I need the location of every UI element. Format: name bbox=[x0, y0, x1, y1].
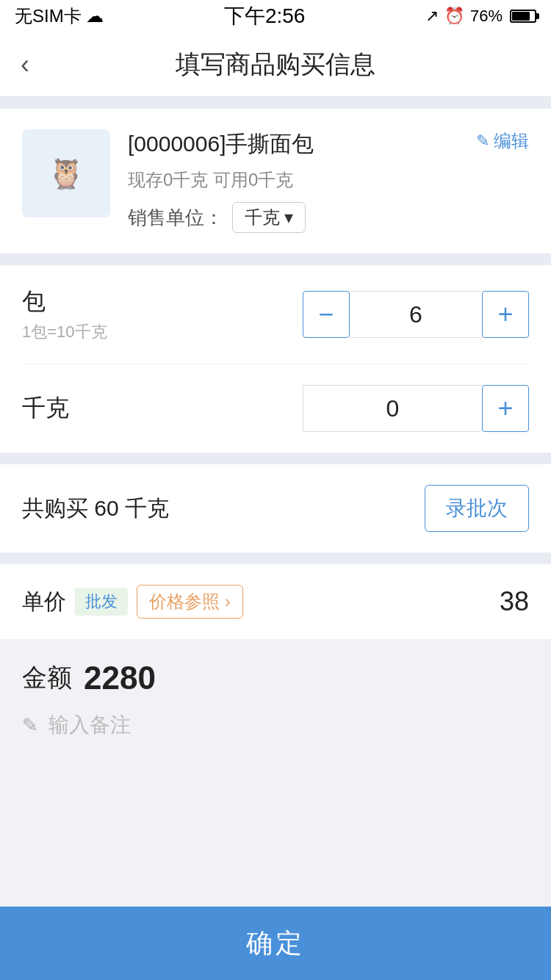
product-stock: 现存0千克 可用0千克 bbox=[128, 168, 529, 192]
amount-value: 2280 bbox=[84, 660, 156, 696]
price-left: 单价 批发 价格参照 › bbox=[22, 585, 243, 619]
price-label: 单价 bbox=[22, 587, 66, 617]
qty-sub-bao: 1包=10千克 bbox=[22, 321, 107, 343]
alarm-icon: ⏰ bbox=[444, 7, 464, 26]
unit-select[interactable]: 千克 ▾ bbox=[232, 202, 306, 233]
location-icon: ↗ bbox=[425, 7, 439, 26]
unit-value: 千克 bbox=[245, 206, 280, 229]
qty-label-bao: 包 bbox=[22, 286, 107, 318]
qty-control-kg: + bbox=[303, 385, 529, 432]
top-divider bbox=[0, 97, 551, 109]
qty-label-group-bao: 包 1包=10千克 bbox=[22, 286, 107, 343]
product-name: [0000006]手撕面包 bbox=[128, 129, 529, 159]
mid-divider-3 bbox=[0, 552, 551, 564]
battery-percent: 76% bbox=[470, 7, 503, 26]
remark-text: 输入备注 bbox=[48, 711, 131, 739]
edit-icon: ✎ bbox=[476, 131, 489, 151]
content-spacer bbox=[0, 760, 551, 907]
price-ref-button[interactable]: 价格参照 › bbox=[137, 585, 243, 619]
edit-label: 编辑 bbox=[494, 129, 529, 153]
remark-icon: ✎ bbox=[22, 714, 38, 737]
price-tag: 批发 bbox=[75, 588, 128, 616]
qty-row-kg: 千克 + bbox=[22, 364, 529, 453]
qty-input-kg[interactable] bbox=[303, 385, 482, 432]
page-title: 填写商品购买信息 bbox=[176, 48, 375, 82]
product-logo: 🦉 bbox=[48, 156, 84, 191]
qty-row-bao: 包 1包=10千克 − + bbox=[22, 265, 529, 364]
nav-bar: ‹ 填写商品购买信息 bbox=[0, 32, 551, 97]
summary-text: 共购买 60 千克 bbox=[22, 494, 169, 524]
back-button[interactable]: ‹ bbox=[21, 49, 29, 80]
quantity-section: 包 1包=10千克 − + 千克 + bbox=[0, 265, 551, 453]
product-image: 🦉 bbox=[22, 129, 110, 217]
qty-plus-bao[interactable]: + bbox=[482, 291, 529, 338]
product-unit-row: 销售单位： 千克 ▾ bbox=[128, 202, 529, 233]
qty-plus-kg[interactable]: + bbox=[482, 385, 529, 432]
price-value: 38 bbox=[500, 586, 529, 617]
remark-row[interactable]: ✎ 输入备注 bbox=[22, 711, 529, 739]
unit-label: 销售单位： bbox=[128, 205, 223, 231]
confirm-button[interactable]: 确定 bbox=[0, 907, 551, 980]
mid-divider-2 bbox=[0, 453, 551, 464]
status-left: 无SIM卡 ☁ bbox=[15, 4, 104, 28]
record-batch-button[interactable]: 录批次 bbox=[425, 485, 529, 532]
product-card: 🦉 [0000006]手撕面包 现存0千克 可用0千克 销售单位： 千克 ▾ ✎… bbox=[0, 109, 551, 253]
qty-label-group-kg: 千克 bbox=[22, 392, 69, 425]
qty-label-kg: 千克 bbox=[22, 392, 69, 425]
amount-section: 金额 2280 ✎ 输入备注 bbox=[0, 639, 551, 760]
price-section: 单价 批发 价格参照 › 38 bbox=[0, 564, 551, 639]
status-right: ↗ ⏰ 76% bbox=[425, 7, 536, 26]
status-bar: 无SIM卡 ☁ 下午2:56 ↗ ⏰ 76% bbox=[0, 0, 551, 32]
amount-row: 金额 2280 bbox=[22, 660, 529, 696]
summary-section: 共购买 60 千克 录批次 bbox=[0, 464, 551, 552]
qty-input-bao[interactable] bbox=[350, 291, 482, 338]
qty-minus-bao[interactable]: − bbox=[303, 291, 350, 338]
sim-label: 无SIM卡 ☁ bbox=[15, 4, 104, 28]
qty-control-bao: − + bbox=[303, 291, 529, 338]
mid-divider-1 bbox=[0, 253, 551, 265]
battery-icon bbox=[510, 10, 536, 23]
unit-chevron-icon: ▾ bbox=[284, 207, 293, 228]
amount-label: 金额 bbox=[22, 661, 72, 695]
product-info: [0000006]手撕面包 现存0千克 可用0千克 销售单位： 千克 ▾ bbox=[128, 129, 529, 233]
edit-button[interactable]: ✎ 编辑 bbox=[476, 129, 529, 153]
status-time: 下午2:56 bbox=[224, 2, 306, 30]
